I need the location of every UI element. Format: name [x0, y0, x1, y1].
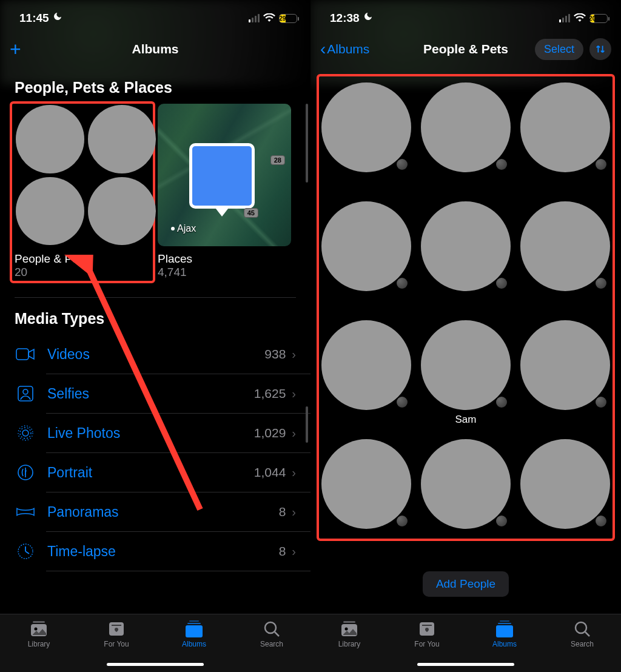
list-count: 8 — [279, 505, 286, 519]
svg-rect-17 — [186, 625, 203, 637]
tab-label: For You — [104, 640, 129, 648]
person-avatar — [421, 320, 511, 410]
svg-point-4 — [20, 428, 31, 438]
svg-text:f: f — [25, 469, 27, 476]
svg-point-3 — [22, 430, 29, 436]
person-item[interactable] — [321, 82, 411, 188]
person-avatar — [421, 82, 511, 172]
svg-point-22 — [345, 628, 348, 631]
person-item[interactable] — [520, 320, 610, 426]
select-button[interactable]: Select — [535, 39, 583, 60]
person-avatar — [88, 105, 156, 173]
tab-library[interactable]: Library — [325, 620, 374, 648]
media-row-panoramas[interactable]: Panoramas 8 › — [15, 492, 296, 532]
back-button[interactable]: ‹ Albums — [320, 41, 369, 58]
tab-albums[interactable]: Albums — [480, 620, 529, 648]
timelapse-icon — [15, 542, 36, 561]
wifi-icon — [263, 12, 275, 25]
album-places[interactable]: 28 45 Ajax Places 4,741 — [158, 104, 291, 279]
album-label: Places — [158, 252, 291, 266]
status-time: 12:38 — [330, 12, 360, 25]
person-item[interactable] — [421, 439, 511, 545]
media-row-portrait[interactable]: f Portrait 1,044 › — [15, 453, 296, 492]
scrollbar-indicator — [306, 406, 308, 443]
cellular-signal-icon — [559, 14, 570, 22]
media-row-livephotos[interactable]: Live Photos 1,029 › — [15, 414, 296, 453]
person-avatar — [16, 177, 84, 246]
add-people-button[interactable]: Add People — [423, 571, 509, 597]
person-avatar — [520, 82, 610, 172]
media-row-videos[interactable]: Videos 938 › — [15, 335, 296, 374]
tab-search[interactable]: Search — [247, 620, 296, 648]
map-pin-icon — [189, 143, 255, 209]
content-area[interactable]: Sam Add People — [310, 67, 621, 614]
phone-left: 11:45 29 + Albums People, Pets & Places — [0, 0, 310, 672]
tab-bar: Library For You Albums Search — [310, 614, 621, 672]
person-item[interactable] — [321, 201, 411, 307]
svg-rect-25 — [500, 620, 509, 622]
map-preview: 28 45 Ajax — [158, 104, 291, 246]
nav-header: ‹ Albums People & Pets Select — [310, 32, 621, 67]
list-count: 1,029 — [254, 426, 286, 440]
content-area[interactable]: People, Pets & Places People & Pets 20 2… — [0, 67, 310, 614]
person-avatar — [421, 201, 511, 291]
do-not-disturb-icon — [363, 12, 373, 24]
people-grid-preview — [15, 104, 148, 246]
person-item[interactable] — [520, 82, 610, 188]
person-avatar — [520, 201, 610, 291]
chevron-right-icon: › — [292, 545, 296, 559]
chevron-right-icon: › — [292, 466, 296, 480]
tab-library[interactable]: Library — [15, 620, 63, 648]
section-title-media: Media Types — [15, 310, 296, 328]
home-indicator[interactable] — [107, 663, 204, 666]
person-avatar — [16, 105, 84, 173]
people-grid: Sam — [319, 78, 613, 549]
svg-rect-1 — [18, 386, 33, 401]
sort-button[interactable] — [589, 38, 611, 60]
svg-point-2 — [23, 389, 28, 394]
list-label: Live Photos — [47, 425, 254, 442]
svg-line-19 — [275, 632, 279, 636]
wifi-icon — [574, 12, 586, 25]
person-avatar — [421, 439, 511, 529]
do-not-disturb-icon — [53, 12, 62, 24]
media-types-list: Videos 938 › Selfies 1,625 › Live Photos… — [15, 335, 296, 571]
person-item[interactable]: Sam — [421, 320, 511, 426]
person-item[interactable] — [421, 201, 511, 307]
svg-point-12 — [35, 628, 38, 631]
panorama-icon — [15, 502, 36, 522]
person-item[interactable] — [321, 320, 411, 426]
scrollbar-indicator — [306, 104, 308, 183]
svg-rect-24 — [422, 625, 432, 626]
album-label: People & Pets — [15, 252, 148, 266]
home-indicator[interactable] — [417, 663, 514, 666]
person-item[interactable] — [520, 201, 610, 307]
battery-icon: 29 — [279, 14, 297, 23]
phone-right: 12:38 20 ‹ Albums People & Pets Select — [310, 0, 621, 672]
album-people-pets[interactable]: People & Pets 20 — [15, 104, 148, 279]
tab-label: Albums — [182, 640, 206, 648]
album-count: 4,741 — [158, 266, 291, 279]
svg-rect-26 — [498, 623, 511, 624]
person-item[interactable] — [421, 82, 511, 188]
tab-foryou[interactable]: For You — [92, 620, 141, 648]
add-album-button[interactable]: + — [10, 39, 21, 59]
chevron-right-icon: › — [292, 387, 296, 401]
tab-bar: Library For You Albums Search — [0, 614, 310, 672]
person-avatar — [88, 177, 156, 246]
tab-foryou[interactable]: For You — [403, 620, 451, 648]
person-item[interactable] — [520, 439, 610, 545]
media-row-selfies[interactable]: Selfies 1,625 › — [15, 374, 296, 414]
album-count: 20 — [15, 266, 148, 279]
media-row-timelapse[interactable]: Time-lapse 8 › — [15, 532, 296, 571]
tab-search[interactable]: Search — [558, 620, 606, 648]
tab-label: For You — [414, 640, 439, 648]
chevron-left-icon: ‹ — [320, 41, 326, 58]
map-road-label: 45 — [244, 208, 258, 218]
selfie-icon — [15, 384, 36, 403]
person-item[interactable] — [321, 439, 411, 545]
svg-rect-10 — [33, 621, 45, 623]
tab-albums[interactable]: Albums — [170, 620, 218, 648]
status-bar: 12:38 20 — [310, 0, 621, 32]
nav-header: + Albums — [0, 32, 310, 67]
